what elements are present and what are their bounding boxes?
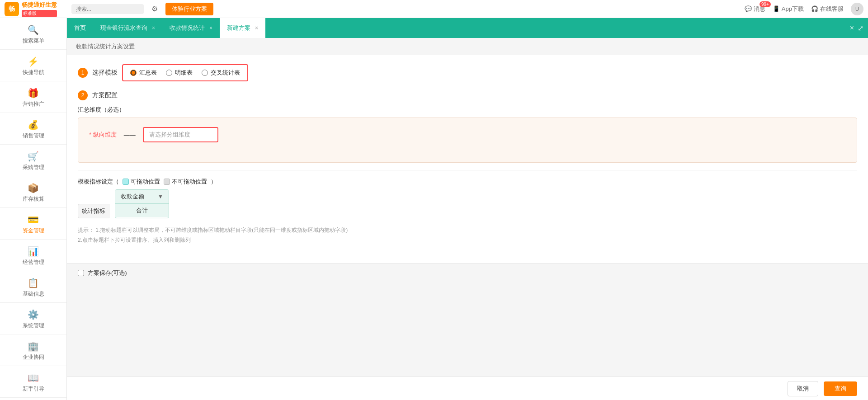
tab-new-plan-label: 新建方案 [227,24,250,32]
settings-icon[interactable]: ⚙ [148,3,161,15]
tab-home[interactable]: 首页 [67,18,93,38]
stat-header-label: 收款金额 [121,193,144,201]
logo-area: 畅 畅捷通好生意 标准版 [5,1,71,17]
section2-header: 2 方案配置 [78,90,857,100]
movable-color-block [123,179,129,185]
dimension-select[interactable]: 请选择分组维度 [143,127,218,142]
section1-label: 选择模板 [92,69,118,77]
movable-label: 可拖动位置 [131,178,160,186]
radio-summary-input[interactable] [130,70,137,76]
sidebar-item-quick-nav[interactable]: ⚡ 快捷导航 [0,50,66,81]
sidebar-item-system[interactable]: ⚙️ 系统管理 [0,303,66,334]
unmovable-indicator: 不可拖动位置 [164,178,207,186]
top-right: 💬 消息 99+ 📱 App下载 🎧 在线客服 U [745,3,863,15]
sidebar-item-enterprise[interactable]: 🏢 企业协同 [0,334,66,366]
sidebar-item-smart-hw[interactable]: 🖥️ 智能硬件 [0,398,66,400]
template-options-box: 汇总表 明细表 交叉统计表 [122,64,248,81]
maximize-window-icon[interactable]: ⤢ [858,24,863,33]
page-header: 收款情况统计方案设置 [67,38,868,55]
tab-receipt-stat[interactable]: 收款情况统计 × [162,18,220,38]
search-menu-icon: 🔍 [28,24,39,35]
section-divider [78,170,857,170]
sidebar-item-purchase[interactable]: 🛒 采购管理 [0,145,66,176]
breadcrumb: 收款情况统计方案设置 [76,43,135,50]
stat-table-body: 合计 [115,204,169,217]
trial-button[interactable]: 体验行业方案 [165,3,213,15]
top-search-input[interactable] [71,4,144,14]
query-button[interactable]: 查询 [824,381,857,396]
sidebar-item-guide[interactable]: 📖 新手引导 [0,366,66,398]
sidebar-item-label: 新手引导 [23,385,44,393]
tab-bank-flow-label: 现金银行流水查询 [100,24,147,32]
top-nav: ⚙ 体验行业方案 [71,3,745,15]
page-body: 1 选择模板 汇总表 明细表 交叉统计表 [67,55,868,263]
finance-icon: 💳 [28,214,39,225]
sidebar-item-finance[interactable]: 💳 资金管理 [0,208,66,240]
basic-info-icon: 📋 [28,278,39,288]
sidebar-item-label: 企业协同 [23,353,44,361]
sales-icon: 💰 [28,119,39,130]
sidebar-item-sales[interactable]: 💰 销售管理 [0,113,66,145]
section1-num: 1 [78,68,88,78]
sidebar-item-label: 库存核算 [23,195,44,203]
sidebar-item-label: 基础信息 [23,290,44,298]
tab-receipt-stat-close[interactable]: × [209,25,212,31]
tab-home-label: 首页 [74,24,86,32]
radio-cross[interactable]: 交叉统计表 [202,69,240,77]
metrics-label-row: 模板指标设定（ 可拖动位置 不可拖动位置 ） [78,178,857,186]
download-button[interactable]: 📱 App下载 [773,5,804,13]
tab-new-plan-close[interactable]: × [255,25,258,31]
radio-detail-input[interactable] [166,70,172,76]
sidebar-item-search-menu[interactable]: 🔍 搜索菜单 [0,18,66,50]
config-area: * 纵向维度 —— 请选择分组维度 [78,118,857,163]
dimension-select-placeholder: 请选择分组维度 [149,131,190,138]
tip-2: 2.点击标题栏下拉可设置排序、插入列和删除列 [78,235,857,245]
footer-bar: 取消 查询 [67,376,868,400]
radio-summary[interactable]: 汇总表 [130,69,157,77]
tab-new-plan[interactable]: 新建方案 × [220,18,265,38]
section1-template: 1 选择模板 汇总表 明细表 交叉统计表 [78,64,857,81]
sidebar-item-basic-info[interactable]: 📋 基础信息 [0,271,66,303]
operations-icon: 📊 [28,246,39,257]
stat-table: 收款金额 ▼ 合计 [115,189,169,218]
user-avatar[interactable]: U [851,3,863,15]
radio-detail-label: 明细表 [175,69,193,77]
enterprise-icon: 🏢 [28,341,39,352]
radio-cross-input[interactable] [202,70,208,76]
inventory-icon: 📦 [28,183,39,193]
purchase-icon: 🛒 [28,151,39,162]
metrics-label-end: ） [211,178,217,186]
close-window-icon[interactable]: × [850,24,854,32]
system-icon: ⚙️ [28,309,39,320]
section2-config: 2 方案配置 汇总维度（必选） * 纵向维度 —— 请选择分组维度 [78,90,857,245]
quick-nav-icon: ⚡ [28,56,39,67]
sidebar-item-marketing[interactable]: 🎁 营销推广 [0,81,66,113]
unmovable-label: 不可拖动位置 [172,178,207,186]
dimension-area-title: 汇总维度（必选） [78,106,857,114]
tab-bank-flow-close[interactable]: × [152,25,155,31]
guide-icon: 📖 [28,372,39,383]
sidebar-item-operations[interactable]: 📊 经营管理 [0,240,66,271]
tab-bank-flow[interactable]: 现金银行流水查询 × [93,18,162,38]
save-area: 方案保存(可选) [67,263,868,282]
tips-area: 提示： 1.拖动标题栏可以调整布局，不可跨维度或指标区域拖动栏目字段(只能在同一… [78,226,857,245]
message-button[interactable]: 💬 消息 99+ [745,5,765,13]
marketing-icon: 🎁 [28,88,39,99]
dimension-row: * 纵向维度 —— 请选择分组维度 [89,127,846,142]
stat-tables-container: 统计指标 收款金额 ▼ 合计 [78,189,857,218]
movable-indicator: 可拖动位置 [123,178,160,186]
radio-detail[interactable]: 明细表 [166,69,193,77]
service-label: 在线客服 [820,5,844,13]
save-checkbox[interactable] [78,270,84,276]
section2-num: 2 [78,90,88,100]
message-icon: 💬 [745,5,752,12]
sidebar-item-label: 系统管理 [23,322,44,329]
sidebar-item-inventory[interactable]: 📦 库存核算 [0,176,66,208]
stat-table-header[interactable]: 收款金额 ▼ [115,190,169,204]
stat-category-label: 统计指标 [78,204,109,218]
service-button[interactable]: 🎧 在线客服 [811,5,844,13]
cancel-button[interactable]: 取消 [788,381,818,396]
sidebar: 🔍 搜索菜单 ⚡ 快捷导航 🎁 营销推广 💰 销售管理 🛒 采购管理 📦 库存核… [0,18,67,400]
stat-chevron-icon: ▼ [158,193,163,200]
radio-cross-label: 交叉统计表 [211,69,240,77]
